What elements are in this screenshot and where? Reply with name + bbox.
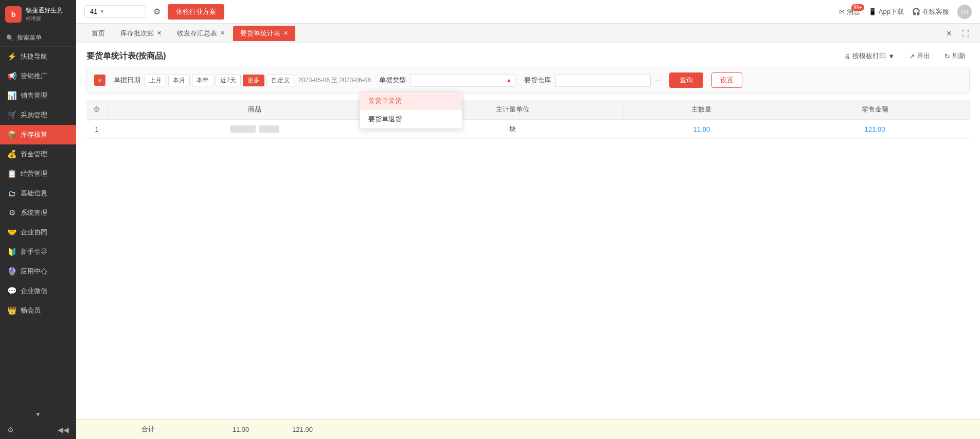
online-service-action[interactable]: 🎧 在线客服 <box>912 7 949 16</box>
finance-icon: 💰 <box>7 150 16 159</box>
settings-footer-icon[interactable]: ⚙ <box>7 426 14 434</box>
sidebar-item-inventory[interactable]: 📦 库存核算 <box>0 125 76 144</box>
more-dates-button[interactable]: 更多 <box>243 75 264 86</box>
operation-icon: 📋 <box>7 169 16 178</box>
online-service-label: 在线客服 <box>922 7 949 16</box>
table-col-settings-icon[interactable]: ⚙ <box>93 105 100 114</box>
type-select-chevron-icon[interactable]: ▲ <box>506 77 512 84</box>
export-icon: ↗ <box>909 52 915 60</box>
messages-action[interactable]: ✉ 消息 99+ <box>839 7 860 16</box>
print-label: 按模板打印 <box>852 51 886 61</box>
sidebar-item-appcenter[interactable]: 🔮 应用中心 <box>0 262 76 281</box>
product-name-placeholder <box>230 125 256 133</box>
sidebar-item-vip[interactable]: 👑 畅会员 <box>0 301 76 320</box>
tab-receivable-summary[interactable]: 收发存汇总表 ✕ <box>170 26 232 41</box>
app-download-action[interactable]: 📱 App下载 <box>868 7 904 16</box>
type-select-input[interactable] <box>410 74 516 87</box>
product-code-placeholder <box>259 125 279 133</box>
close-all-tabs-button[interactable]: ✕ <box>943 27 955 40</box>
this-month-button[interactable]: 本月 <box>168 75 190 86</box>
filter-bar: » 单据日期 上月 本月 本年 近7天 更多 自定义 2023-05-06 至 … <box>86 67 970 94</box>
trial-button[interactable]: 体验行业方案 <box>168 4 224 20</box>
search-label: 搜索菜单 <box>17 33 42 42</box>
tab-home-label: 首页 <box>92 29 105 38</box>
sidebar-item-sales[interactable]: 📊 销售管理 <box>0 86 76 105</box>
tab-close-icon[interactable]: ✕ <box>157 30 162 36</box>
page-header: 要货单统计表(按商品) 🖨 按模板打印 ▼ ↗ 导出 ↻ 刷新 <box>76 43 980 67</box>
tab-close-icon[interactable]: ✕ <box>220 30 225 36</box>
sidebar-item-label: 采购管理 <box>21 111 47 120</box>
sidebar-item-basic[interactable]: 🗂 基础信息 <box>0 184 76 203</box>
tab-close-icon[interactable]: ✕ <box>283 30 288 36</box>
page-area: 要货单统计表(按商品) 🖨 按模板打印 ▼ ↗ 导出 ↻ 刷新 » <box>76 43 980 439</box>
page-actions: 🖨 按模板打印 ▼ ↗ 导出 ↻ 刷新 <box>840 49 970 63</box>
marketing-icon: 📢 <box>7 71 16 81</box>
expand-tabs-button[interactable]: ⛶ <box>959 27 972 40</box>
app-edition: 标准版 <box>26 15 63 22</box>
sidebar-item-label: 系统管理 <box>21 208 47 217</box>
filter-expand-button[interactable]: » <box>94 75 105 86</box>
table-footer: 合计 11.00 121.00 <box>76 419 980 439</box>
tab-label: 要货单统计表 <box>240 29 280 38</box>
settings-button[interactable]: 设置 <box>711 72 742 88</box>
vip-icon: 👑 <box>7 306 16 315</box>
type-filter-label: 单据类型 <box>379 76 406 85</box>
topbar-settings-icon[interactable]: ⚙ <box>151 5 163 19</box>
message-icon: ✉ <box>839 8 845 15</box>
sidebar-item-guide[interactable]: 🔰 新手引导 <box>0 242 76 262</box>
sidebar-item-wechat[interactable]: 💬 企业微信 <box>0 281 76 301</box>
tab-inventory-batch[interactable]: 库存批次账 ✕ <box>113 26 169 41</box>
app-name: 畅捷通好生意 <box>26 7 63 15</box>
download-icon: 📱 <box>868 8 877 15</box>
sidebar-item-label: 销售管理 <box>21 91 47 100</box>
refresh-button[interactable]: ↻ 刷新 <box>940 49 970 63</box>
system-icon: ⚙ <box>7 208 16 217</box>
collapse-icon[interactable]: ◀◀ <box>58 426 69 434</box>
sidebar-item-label: 新手引导 <box>21 247 47 257</box>
dropdown-item-order-type-2[interactable]: 要货单退货 <box>360 110 462 129</box>
sidebar-scroll-down[interactable]: ▼ <box>0 409 76 420</box>
topbar-right: ✉ 消息 99+ 📱 App下载 🎧 在线客服 Rit <box>839 5 972 19</box>
col-product: 商品 <box>107 100 402 120</box>
warehouse-input[interactable] <box>555 74 651 87</box>
custom-date-button[interactable]: 自定义 <box>266 75 294 86</box>
sidebar: b 畅捷通好生意 标准版 🔍 搜索菜单 ⚡ 快捷导航 📢 营销推广 📊 销售管理… <box>0 0 76 439</box>
sales-icon: 📊 <box>7 91 16 100</box>
print-button[interactable]: 🖨 按模板打印 ▼ <box>840 49 899 63</box>
last-7-days-button[interactable]: 近7天 <box>216 75 241 86</box>
sidebar-item-label: 企业协同 <box>21 228 47 237</box>
warehouse-more-icon[interactable]: ··· <box>655 76 661 84</box>
sidebar-item-finance[interactable]: 💰 资金管理 <box>0 144 76 164</box>
date-filter-label: 单据日期 <box>114 76 140 85</box>
this-year-button[interactable]: 本年 <box>192 75 213 86</box>
sidebar-search[interactable]: 🔍 搜索菜单 <box>0 29 76 47</box>
tab-order-stats[interactable]: 要货单统计表 ✕ <box>233 26 295 41</box>
footer-total-label: 合计 <box>86 425 210 434</box>
avatar[interactable]: Rit <box>957 5 972 19</box>
export-button[interactable]: ↗ 导出 <box>905 49 934 63</box>
sidebar-item-marketing[interactable]: 📢 营销推广 <box>0 66 76 86</box>
date-filter-group: 单据日期 上月 本月 本年 近7天 更多 自定义 2023-05-06 至 20… <box>114 75 371 86</box>
query-button[interactable]: 查询 <box>669 72 703 88</box>
sidebar-item-operation[interactable]: 📋 经营管理 <box>0 164 76 184</box>
last-month-button[interactable]: 上月 <box>145 75 166 86</box>
tabbar: 首页 库存批次账 ✕ 收发存汇总表 ✕ 要货单统计表 ✕ ✕ ⛶ <box>76 24 980 43</box>
dropdown-item-order-type-1[interactable]: 要货单要货 <box>360 92 462 110</box>
app-logo: b 畅捷通好生意 标准版 <box>0 0 76 29</box>
store-selector[interactable]: 41 ▼ <box>84 5 146 18</box>
sidebar-item-system[interactable]: ⚙ 系统管理 <box>0 203 76 223</box>
wechat-icon: 💬 <box>7 286 16 296</box>
app-download-label: App下载 <box>879 7 904 16</box>
sidebar-item-label: 畅会员 <box>21 306 41 315</box>
sidebar-item-enterprise[interactable]: 🤝 企业协同 <box>0 223 76 242</box>
row-product <box>107 120 402 139</box>
sidebar-item-purchase[interactable]: 🛒 采购管理 <box>0 105 76 125</box>
export-label: 导出 <box>917 51 930 61</box>
sidebar-item-shortcut[interactable]: ⚡ 快捷导航 <box>0 47 76 66</box>
topbar-left: 41 ▼ ⚙ 体验行业方案 <box>84 4 833 20</box>
data-table: ⚙ 商品 主计量单位 主数量 零售金额 <box>86 100 970 139</box>
sidebar-nav: ⚡ 快捷导航 📢 营销推广 📊 销售管理 🛒 采购管理 📦 库存核算 💰 资金管… <box>0 47 76 409</box>
service-icon: 🎧 <box>912 8 920 15</box>
basic-icon: 🗂 <box>7 189 16 198</box>
tab-home[interactable]: 首页 <box>84 26 112 41</box>
